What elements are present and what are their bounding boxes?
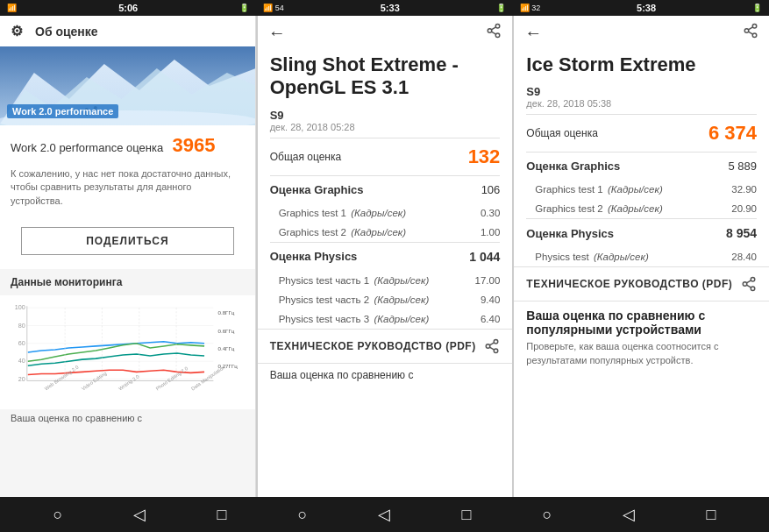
main-content: ⚙ Об оценке xyxy=(0,16,769,497)
middle-tech-guide-label: ТЕХНИЧЕСКОЕ РУКОВОДСТВО (PDF) xyxy=(270,340,476,352)
middle-graphics-label: Оценка Graphics xyxy=(270,183,481,196)
middle-panel: ← Sling Shot Extreme - OpenGL ES 3.1 S9 … xyxy=(258,16,513,497)
left-status-icons: 📶 xyxy=(7,4,17,12)
middle-graphics-test1-value: 0.30 xyxy=(481,208,500,218)
middle-physics-test3-value: 6.40 xyxy=(481,314,500,324)
right-panel-header: ← xyxy=(514,16,769,50)
middle-graphics-test2-value: 1.00 xyxy=(481,227,500,238)
svg-text:20: 20 xyxy=(18,376,25,383)
right-benchmark-title: Ice Storm Extreme xyxy=(514,50,769,83)
right-recent-button[interactable]: □ xyxy=(707,506,716,524)
middle-benchmark-title: Sling Shot Extreme - OpenGL ES 3.1 xyxy=(258,50,513,107)
middle-tech-guide-share-icon xyxy=(484,338,500,354)
middle-comparison-title: Ваша оценка по сравнению с xyxy=(270,369,501,381)
score-note: К сожалению, у нас нет пока достаточно д… xyxy=(0,162,255,216)
monitoring-title: Данные мониторинга xyxy=(11,276,245,288)
svg-text:Web Browsing 2.0: Web Browsing 2.0 xyxy=(44,365,80,392)
svg-point-43 xyxy=(752,25,757,29)
right-physics-test-value: 28.40 xyxy=(731,252,757,262)
right-home-button[interactable]: ○ xyxy=(543,506,552,524)
right-graphics-test1-value: 32.90 xyxy=(731,184,757,195)
middle-home-button[interactable]: ○ xyxy=(298,506,308,524)
middle-tech-guide-row[interactable]: ТЕХНИЧЕСКОЕ РУКОВОДСТВО (PDF) xyxy=(258,329,513,363)
svg-text:Photo Editing 2.0: Photo Editing 2.0 xyxy=(155,365,189,391)
middle-physics-test1-value: 17.00 xyxy=(475,275,501,286)
right-tech-guide-row[interactable]: ТЕХНИЧЕСКОЕ РУКОВОДСТВО (PDF) xyxy=(514,266,769,301)
score-section: Work 2.0 performance оценка 3965 xyxy=(0,125,255,162)
middle-graphics-test2-label: Graphics test 2 (Кадры/сек) xyxy=(279,227,481,238)
right-overall-value: 6 374 xyxy=(708,122,757,145)
middle-back-button[interactable]: ← xyxy=(268,23,286,43)
middle-physics-test2-label: Physics test часть 2 (Кадры/сек) xyxy=(279,294,481,305)
middle-recent-button[interactable]: □ xyxy=(462,506,472,524)
right-physics-label: Оценка Physics xyxy=(526,227,726,240)
score-label: Work 2.0 performance оценка xyxy=(11,141,163,154)
middle-device-date: дек. 28, 2018 05:28 xyxy=(270,122,501,132)
right-graphics-test2-value: 20.90 xyxy=(731,203,757,214)
status-bars: 📶 5:06 🔋 📶 54 5:33 🔋 📶 32 5:38 🔋 xyxy=(0,0,769,16)
comparison-footer: Ваша оценка по сравнению с xyxy=(0,409,255,427)
left-battery: 🔋 xyxy=(239,4,249,12)
settings-icon: ⚙ xyxy=(11,23,23,39)
right-tech-guide-share-icon xyxy=(741,276,757,292)
svg-point-50 xyxy=(751,287,755,291)
status-bar-right: 📶 32 5:38 🔋 xyxy=(513,0,769,16)
middle-physics-row: Оценка Physics 1 044 xyxy=(258,243,513,271)
score-value: 3965 xyxy=(173,134,216,156)
left-back-button[interactable]: ◁ xyxy=(133,505,146,524)
right-back-button[interactable]: ← xyxy=(524,23,542,43)
svg-line-46 xyxy=(748,32,752,34)
hero-image: Work 2.0 performance xyxy=(0,46,255,125)
svg-text:40: 40 xyxy=(18,358,25,365)
status-bar-left: 📶 5:06 🔋 xyxy=(0,0,256,16)
svg-line-52 xyxy=(746,280,751,283)
svg-line-42 xyxy=(490,343,495,345)
share-button[interactable]: ПОДЕЛИТЬСЯ xyxy=(21,227,234,255)
right-graphics-row: Оценка Graphics 5 889 xyxy=(514,153,769,180)
right-comparison-text: Проверьте, как ваша оценка соотносится с… xyxy=(526,340,757,367)
svg-text:0.4ГГц: 0.4ГГц xyxy=(218,345,235,351)
right-device-date: дек. 28, 2018 05:38 xyxy=(526,98,757,109)
svg-text:100: 100 xyxy=(15,304,25,311)
left-panel-title: Об оценке xyxy=(35,25,98,39)
right-share-button[interactable] xyxy=(743,23,758,43)
right-graphics-test2-row: Graphics test 2 (Кадры/сек) 20.90 xyxy=(514,199,769,218)
middle-physics-label: Оценка Physics xyxy=(270,250,470,263)
right-physics-test-label: Physics test (Кадры/сек) xyxy=(535,252,731,262)
middle-physics-value: 1 044 xyxy=(469,250,500,264)
middle-device-name: S9 xyxy=(270,109,501,122)
right-graphics-test2-label: Graphics test 2 (Кадры/сек) xyxy=(535,203,731,214)
svg-line-47 xyxy=(748,27,752,30)
monitoring-section: Данные мониторинга xyxy=(0,269,255,295)
svg-point-45 xyxy=(752,33,757,38)
middle-overall-label: Общая оценка xyxy=(270,151,468,163)
svg-point-39 xyxy=(487,344,491,349)
svg-text:Writing 2.0: Writing 2.0 xyxy=(117,374,140,392)
right-tech-guide-label: ТЕХНИЧЕСКОЕ РУКОВОДСТВО (PDF) xyxy=(526,278,732,290)
middle-status-icons: 📶 54 xyxy=(263,4,284,12)
svg-point-33 xyxy=(496,25,501,29)
right-graphics-label: Оценка Graphics xyxy=(526,160,728,173)
left-recent-button[interactable]: □ xyxy=(217,506,227,524)
middle-back-button-nav[interactable]: ◁ xyxy=(378,505,390,524)
middle-physics-test3-label: Physics test часть 3 (Кадры/сек) xyxy=(279,314,481,324)
right-back-button-nav[interactable]: ◁ xyxy=(623,505,635,524)
right-physics-value: 8 954 xyxy=(726,226,757,240)
left-home-button[interactable]: ○ xyxy=(53,506,63,524)
left-time: 5:06 xyxy=(118,3,138,13)
middle-share-button[interactable] xyxy=(486,23,502,43)
right-graphics-test1-label: Graphics test 1 (Кадры/сек) xyxy=(535,184,731,195)
middle-time: 5:33 xyxy=(381,3,400,13)
right-graphics-test1-row: Graphics test 1 (Кадры/сек) 32.90 xyxy=(514,180,769,199)
middle-overall-row: Общая оценка 132 xyxy=(258,138,513,175)
right-panel: ← Ice Storm Extreme S9 дек. 28, 2018 05:… xyxy=(514,16,769,497)
svg-text:60: 60 xyxy=(18,340,25,347)
right-physics-test-row: Physics test (Кадры/сек) 28.40 xyxy=(514,247,769,266)
svg-point-35 xyxy=(496,33,501,38)
middle-graphics-value: 106 xyxy=(481,183,501,196)
right-status-icons: 📶 32 xyxy=(520,4,541,12)
left-panel-header: ⚙ Об оценке xyxy=(0,16,255,46)
middle-comparison-section: Ваша оценка по сравнению с xyxy=(258,363,513,387)
middle-battery: 🔋 xyxy=(496,4,506,12)
middle-graphics-row: Оценка Graphics 106 xyxy=(258,176,513,203)
